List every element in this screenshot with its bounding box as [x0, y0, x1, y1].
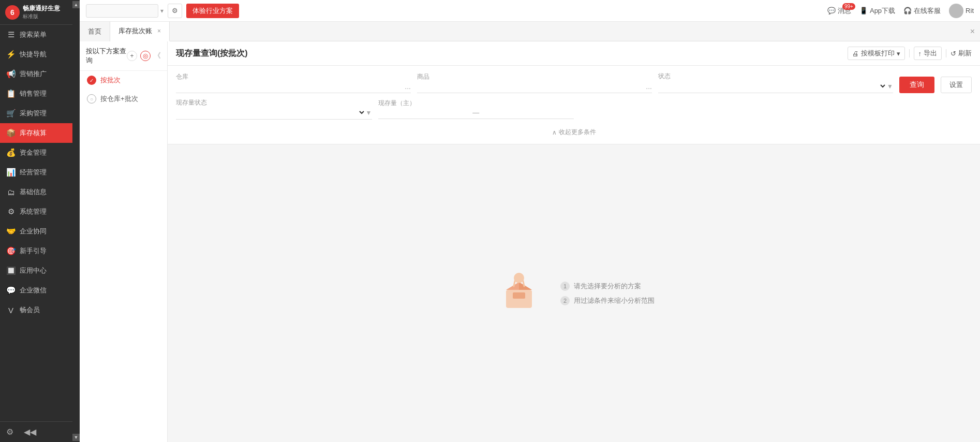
refresh-btn[interactable]: ↺ 刷新: [951, 49, 972, 58]
export-btn[interactable]: ↑ 导出: [914, 47, 942, 60]
sidebar-icon-10: 🤝: [6, 227, 16, 236]
status-select-wrap: ▼: [658, 82, 893, 93]
page-title-bar: 现存量查询(按批次) 🖨 按模板打印 ▾ ↑ 导出 ↺ 刷: [168, 41, 980, 66]
sidebar-icon-1: ⚡: [6, 50, 16, 59]
plan-settings-btn[interactable]: ◎: [140, 51, 151, 61]
topbar-chevron-icon[interactable]: ▾: [160, 7, 164, 14]
message-badge: 99+: [842, 3, 855, 10]
sidebar-item-系统管理[interactable]: ⚙ 系统管理: [0, 202, 72, 222]
left-panel-collapse-btn[interactable]: 《: [154, 51, 161, 61]
topbar-gear-btn[interactable]: ⚙: [168, 4, 182, 18]
tab-inventory-batch[interactable]: 库存批次账 ×: [110, 22, 170, 41]
svg-rect-3: [513, 292, 525, 299]
sidebar-item-库存核算[interactable]: 📦 库存核算: [0, 123, 72, 143]
sidebar-item-新手引导[interactable]: 🎯 新手引导: [0, 241, 72, 261]
sidebar-item-资金管理[interactable]: 💰 资金管理: [0, 143, 72, 163]
experience-industry-btn[interactable]: 体验行业方案: [186, 4, 239, 18]
print-btn[interactable]: 🖨 按模板打印 ▾: [848, 47, 905, 60]
sidebar-item-畅会员[interactable]: V 畅会员: [0, 300, 72, 320]
sidebar-icon-5: 📦: [6, 128, 16, 138]
sidebar-item-基础信息[interactable]: 🗂 基础信息: [0, 182, 72, 202]
sidebar-item-采购管理[interactable]: 🛒 采购管理: [0, 104, 72, 123]
scroll-down-btn[interactable]: ▼: [72, 434, 80, 441]
sidebar-icon-3: 📋: [6, 89, 16, 98]
sidebar-item-label-10: 企业协同: [20, 227, 47, 236]
tab-home[interactable]: 首页: [80, 22, 110, 41]
user-btn[interactable]: Rit: [949, 4, 974, 18]
sidebar-item-经营管理[interactable]: 📊 经营管理: [0, 163, 72, 182]
add-icon: +: [130, 52, 133, 60]
divider-2: [946, 49, 946, 57]
sidebar-icon-13: 💬: [6, 286, 16, 295]
divider-1: [909, 49, 910, 57]
plan-item-label-0: 按批次: [100, 76, 121, 85]
sidebar-header: 6 畅康通好生意 标准版: [0, 0, 72, 25]
sidebar: 6 畅康通好生意 标准版 ☰ 搜索菜单 ⚡ 快捷导航 📢 营销推广 📋 销售管理…: [0, 0, 72, 442]
inventory-qty-max[interactable]: [483, 109, 574, 116]
scroll-up-btn[interactable]: ▲: [72, 1, 80, 8]
sidebar-nav: ☰ 搜索菜单 ⚡ 快捷导航 📢 营销推广 📋 销售管理 🛒 采购管理 📦 库存核…: [0, 25, 72, 421]
sidebar-item-label-11: 新手引导: [20, 246, 47, 256]
plan-item-label-1: 按仓库+批次: [100, 94, 138, 104]
topbar: ▾ ⚙ 体验行业方案 💬 消息 99+ 📱 App下载 🎧 在线客服 Rit: [80, 0, 980, 22]
sidebar-item-label-12: 应用中心: [20, 266, 47, 275]
plan-icon-1: ○: [87, 94, 96, 104]
product-input[interactable]: [417, 82, 646, 90]
left-panel-actions: + ◎ 《: [127, 51, 161, 61]
empty-state: 1 请先选择要分析的方案 2 用过滤条件来缩小分析范围: [168, 144, 980, 442]
sidebar-item-应用中心[interactable]: 🔲 应用中心: [0, 261, 72, 281]
collapse-more-btn[interactable]: ∧ 收起更多条件: [176, 125, 972, 138]
inventory-status-filter: 现存量状态 ▼: [176, 98, 372, 120]
sidebar-item-企业微信[interactable]: 💬 企业微信: [0, 281, 72, 300]
empty-tips: 1 请先选择要分析的方案 2 用过滤条件来缩小分析范围: [560, 282, 655, 305]
sidebar-item-营销推广[interactable]: 📢 营销推广: [0, 64, 72, 84]
sidebar-icon-9: ⚙: [6, 207, 16, 216]
sidebar-settings-icon[interactable]: ⚙: [6, 427, 13, 437]
right-panel: 现存量查询(按批次) 🖨 按模板打印 ▾ ↑ 导出 ↺ 刷: [168, 41, 980, 442]
sidebar-item-快捷导航[interactable]: ⚡ 快捷导航: [0, 45, 72, 64]
sidebar-item-企业协同[interactable]: 🤝 企业协同: [0, 222, 72, 241]
user-avatar: [949, 4, 963, 18]
app-download-btn[interactable]: 📱 App下载: [859, 6, 895, 16]
inventory-qty-min[interactable]: [378, 109, 469, 116]
sidebar-logo: 6: [5, 5, 20, 20]
sidebar-icon-8: 🗂: [6, 188, 16, 197]
topbar-left: ▾ ⚙ 体验行业方案: [86, 4, 823, 18]
sidebar-item-label-5: 库存核算: [20, 128, 47, 138]
sidebar-item-label-6: 资金管理: [20, 148, 47, 157]
tip-text-1: 请先选择要分析的方案: [574, 282, 641, 291]
product-dots[interactable]: ...: [646, 82, 652, 91]
message-btn[interactable]: 💬 消息 99+: [827, 6, 851, 16]
warehouse-input[interactable]: [176, 82, 405, 90]
svg-line-6: [523, 281, 524, 286]
tab-close-icon[interactable]: ×: [157, 27, 161, 35]
collapse-more-label: 收起更多条件: [559, 128, 596, 137]
query-btn[interactable]: 查询: [899, 77, 934, 93]
sidebar-icon-11: 🎯: [6, 246, 16, 256]
sidebar-item-label-4: 采购管理: [20, 109, 47, 118]
inventory-qty-wrap: —: [378, 109, 574, 119]
svg-marker-2: [519, 282, 532, 290]
warehouse-dots[interactable]: ...: [405, 82, 411, 91]
topbar-right: 💬 消息 99+ 📱 App下载 🎧 在线客服 Rit: [827, 4, 974, 18]
online-service-btn[interactable]: 🎧 在线客服: [903, 6, 941, 16]
status-select[interactable]: [658, 82, 887, 91]
sidebar-item-label-3: 销售管理: [20, 89, 47, 98]
left-panel-title: 按以下方案查询: [86, 47, 127, 65]
sidebar-item-label-8: 基础信息: [20, 187, 47, 197]
sidebar-brand: 畅康通好生意 标准版: [23, 4, 60, 20]
add-plan-btn[interactable]: +: [127, 51, 137, 61]
sidebar-item-搜索菜单[interactable]: ☰ 搜索菜单: [0, 25, 72, 45]
sidebar-icon-6: 💰: [6, 148, 16, 157]
refresh-icon: ↺: [951, 50, 956, 57]
left-panel-header: 按以下方案查询 + ◎ 《: [80, 41, 167, 71]
tabs-close-all-btn[interactable]: ×: [970, 27, 975, 36]
sidebar-collapse-icon[interactable]: ◀◀: [24, 427, 36, 437]
topbar-search-input[interactable]: [86, 4, 158, 18]
inventory-status-select[interactable]: [176, 108, 366, 117]
filter-settings-btn[interactable]: 设置: [941, 77, 972, 93]
plan-item-1[interactable]: ○ 按仓库+批次: [80, 90, 167, 108]
sidebar-item-label-9: 系统管理: [20, 207, 47, 216]
sidebar-item-销售管理[interactable]: 📋 销售管理: [0, 84, 72, 104]
plan-item-0[interactable]: ✓ 按批次: [80, 71, 167, 90]
